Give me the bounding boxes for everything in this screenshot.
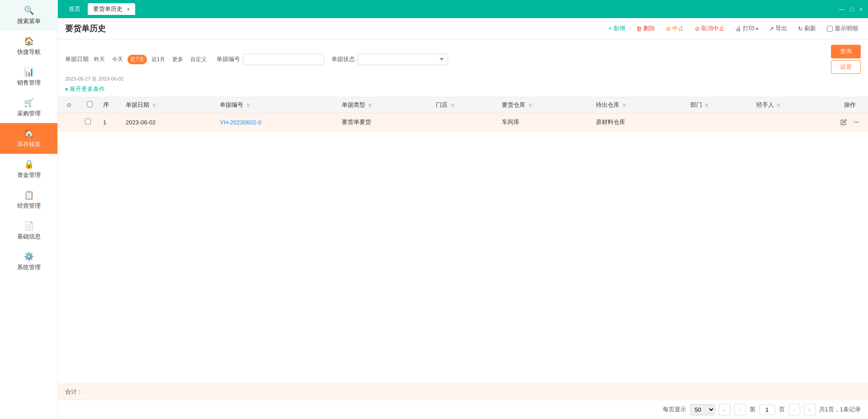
filter-bar: 单据日期 昨天 今天 近7天 近1月 更多 自定义 单据编号 单据状态 [58,39,868,97]
page-label-end: 页 [779,405,785,414]
row-checkbox-cell [80,113,99,132]
filter-row-date-range: 2023-05-27 至 2023-06-02 [65,76,861,82]
topbar: 首页 要货单历史 × — □ × [58,0,868,18]
sidebar-item-inventory[interactable]: 🏠 库存核算 [0,123,57,154]
total-info: 共1页，1条记录 [819,405,861,414]
shortcut-7days[interactable]: 近7天 [127,55,147,64]
row-out-warehouse-cell: 原材料仓库 [591,113,685,132]
page-header: 要货单历史 + 新增 🗑 删除 ⊘ 中止 ⊘ 取消中止 🖨 打印 [58,18,868,39]
sort-req-warehouse-icon[interactable]: ⇅ [528,103,532,108]
row-req-warehouse-cell: 车间库 [497,113,591,132]
page-label: 第 [750,405,755,414]
export-button[interactable]: ↗ 导出 [766,23,790,34]
shortcut-custom[interactable]: 自定义 [188,55,209,64]
status-label: 单据状态 [331,55,355,63]
sidebar-item-search[interactable]: 🔍 搜索菜单 [0,0,57,31]
row-edit-icon[interactable] [838,117,849,128]
window-maximize-button[interactable]: □ [850,6,854,13]
row-store-cell [431,113,497,132]
col-header-type: 单据类型 ⇅ [337,97,431,113]
shortcut-today[interactable]: 今天 [109,55,126,64]
show-detail-checkbox[interactable] [827,26,833,32]
svg-point-2 [858,122,859,123]
expand-more-btn[interactable]: ▾ 展开更多条件 [65,85,861,93]
row-order-no-link[interactable]: YH-20230602-0 [220,119,261,126]
status-select[interactable] [358,54,448,65]
order-no-label: 单据编号 [217,55,240,63]
sales-icon: 📊 [24,67,34,77]
shortcut-more[interactable]: 更多 [170,55,186,64]
page-size-select[interactable]: 50 10 20 100 [690,404,715,415]
add-button[interactable]: + 新增 [606,23,628,34]
table-settings-icon[interactable]: ⚙ [66,102,72,109]
sort-handler-icon[interactable]: ⇅ [777,103,780,108]
basic-info-icon: 📄 [24,221,34,231]
page-size-label: 每页显示 [663,405,686,414]
sort-type-icon[interactable]: ⇅ [368,103,372,108]
page-next-button[interactable]: › [788,404,800,415]
tab-close-button[interactable]: × [127,6,130,12]
sort-date-icon[interactable]: ⇅ [152,103,156,108]
pagination: 每页显示 50 10 20 100 « ‹ 第 页 › » 共1页，1条记录 [58,400,868,419]
delete-button[interactable]: 🗑 删除 [633,23,658,34]
window-minimize-button[interactable]: — [839,6,845,13]
select-all-checkbox[interactable] [87,101,93,107]
page-last-button[interactable]: » [804,404,816,415]
stop-button[interactable]: ⊘ 中止 [663,23,687,34]
sidebar-item-operations[interactable]: 📋 经营管理 [0,185,57,215]
table-row: 1 2023-06-02 YH-20230602-0 要货单要货 车间库 原材料… [58,113,868,132]
col-header-req-warehouse: 要货仓库 ⇅ [497,97,591,113]
sidebar-item-purchase[interactable]: 🛒 采购管理 [0,92,57,123]
date-range-display: 2023-05-27 至 2023-06-02 [65,76,124,82]
row-dept-cell [686,113,752,132]
row-type-cell: 要货单要货 [337,113,431,132]
stop-icon: ⊘ [666,25,671,32]
toolbar: + 新增 🗑 删除 ⊘ 中止 ⊘ 取消中止 🖨 打印 ▾ [606,23,861,34]
filter-actions: 查询 设置 [831,45,861,74]
query-button[interactable]: 查询 [831,45,861,58]
filter-order-no-item: 单据编号 [217,54,324,65]
row-date-cell: 2023-06-02 [121,113,215,132]
col-header-settings: ⚙ [58,97,80,113]
tab-home[interactable]: 首页 [63,3,86,15]
date-label: 单据日期 [65,55,89,63]
col-header-handler: 经手人 ⇅ [752,97,832,113]
row-checkbox[interactable] [85,119,91,124]
cancel-stop-button[interactable]: ⊘ 取消中止 [692,23,727,34]
sidebar: 🔍 搜索菜单 🏠 快捷导航 📊 销售管理 🛒 采购管理 🏠 库存核算 🔒 资金管… [0,0,58,419]
data-table: ⚙ 序 单据日期 ⇅ 单据编号 [58,97,868,132]
filter-date-item: 单据日期 昨天 今天 近7天 近1月 更多 自定义 [65,55,209,64]
page-prev-button[interactable]: ‹ [734,404,746,415]
operations-icon: 📋 [24,190,34,200]
filter-settings-button[interactable]: 设置 [831,60,861,74]
cancel-stop-icon: ⊘ [695,25,700,32]
shortcut-1month[interactable]: 近1月 [149,55,168,64]
order-no-input[interactable] [243,54,324,65]
row-index-cell: 1 [99,113,121,132]
sort-order-no-icon[interactable]: ⇅ [246,103,250,108]
sidebar-item-sys-mgmt[interactable]: ⚙️ 系统管理 [0,246,57,277]
row-more-icon[interactable] [851,117,862,128]
sidebar-item-basic-info[interactable]: 📄 基础信息 [0,215,57,246]
window-close-button[interactable]: × [859,6,863,13]
total-label: 合计： [65,388,83,395]
page-input[interactable] [759,405,775,415]
sort-out-warehouse-icon[interactable]: ⇅ [623,103,626,108]
expand-icon: ▾ [65,86,68,93]
row-action-cell [832,113,868,132]
sidebar-item-sales[interactable]: 📊 销售管理 [0,62,57,92]
refresh-button[interactable]: ↻ 刷新 [795,23,819,34]
sort-store-icon[interactable]: ⇅ [451,103,454,108]
print-dropdown-icon[interactable]: ▾ [756,26,758,31]
sidebar-item-finance[interactable]: 🔒 资金管理 [0,154,57,185]
table-container: ⚙ 序 单据日期 ⇅ 单据编号 [58,97,868,384]
page-first-button[interactable]: « [719,404,731,415]
tab-active[interactable]: 要货单历史 × [88,3,135,15]
sidebar-item-quick-nav[interactable]: 🏠 快捷导航 [0,31,57,62]
print-button[interactable]: 🖨 打印 ▾ [733,23,761,34]
col-header-order-no: 单据编号 ⇅ [215,97,337,113]
show-detail-toggle[interactable]: 显示明细 [824,23,861,34]
sort-dept-icon[interactable]: ⇅ [705,103,708,108]
col-header-checkbox [80,97,99,113]
shortcut-yesterday[interactable]: 昨天 [91,55,108,64]
